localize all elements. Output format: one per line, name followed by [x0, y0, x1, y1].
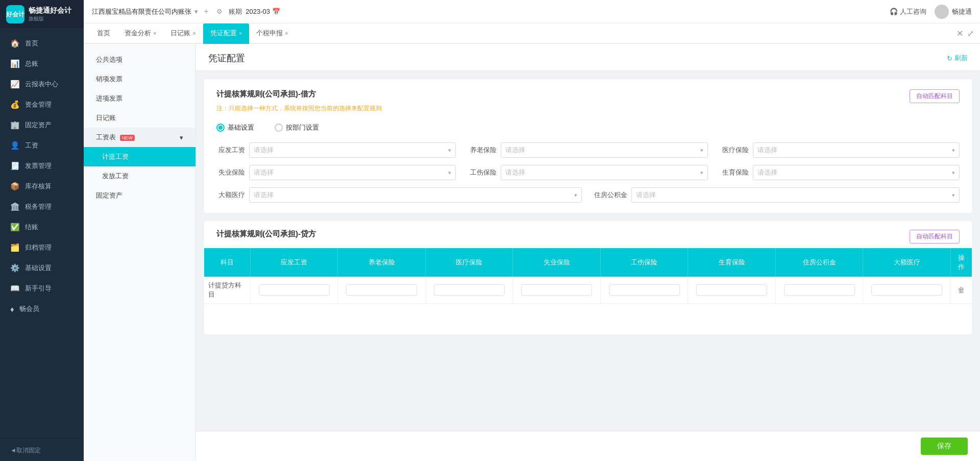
- auto-match-credit-button[interactable]: 自动匹配科目: [910, 230, 960, 244]
- tab-journal-close-icon[interactable]: ×: [192, 30, 195, 36]
- gongshang-select[interactable]: 请选择 ▾: [501, 165, 707, 180]
- row-shiye-input[interactable]: [521, 284, 592, 296]
- user-name: 畅捷通: [952, 7, 972, 16]
- tab-close-all-button[interactable]: ✕: [957, 29, 963, 38]
- left-menu-item-fixed-assets[interactable]: 固定资产: [84, 186, 195, 205]
- sidebar-item-funds[interactable]: 💰 资金管理: [0, 94, 84, 115]
- yiliao-select[interactable]: 请选择 ▾: [753, 142, 960, 158]
- calendar-icon[interactable]: 📅: [272, 8, 280, 15]
- vip-icon: ♦: [10, 305, 14, 313]
- sidebar-item-guide[interactable]: 📖 新手引导: [0, 278, 84, 299]
- auto-match-debit-button[interactable]: 自动匹配科目: [910, 89, 960, 103]
- left-menu-item-provision[interactable]: 计提工资: [84, 147, 195, 166]
- sidebar-item-invoice[interactable]: 🧾 发票管理: [0, 156, 84, 176]
- sidebar-item-settings[interactable]: ⚙️ 基础设置: [0, 258, 84, 278]
- service-label: 人工咨询: [900, 7, 926, 16]
- radio-basic-settings[interactable]: 基础设置: [216, 123, 254, 132]
- sidebar-item-vip[interactable]: ♦ 畅会员: [0, 299, 84, 319]
- yingfa-select[interactable]: 请选择 ▾: [249, 142, 456, 158]
- daee-placeholder: 请选择: [254, 190, 274, 200]
- shiye-select[interactable]: 请选择 ▾: [249, 165, 456, 180]
- sidebar-item-home[interactable]: 🏠 首页: [0, 33, 84, 54]
- col-shengyu: 生育保险: [688, 248, 775, 277]
- tab-home[interactable]: 首页: [90, 23, 117, 44]
- zhufang-select[interactable]: 请选择 ▾: [631, 187, 960, 203]
- delete-row-button[interactable]: 🗑: [958, 286, 965, 294]
- user-menu[interactable]: 畅捷通: [935, 5, 972, 19]
- refresh-icon: ↻: [947, 55, 952, 62]
- left-menu-item-sales-invoice[interactable]: 销项发票: [84, 69, 195, 89]
- sidebar-item-inventory[interactable]: 📦 库存核算: [0, 176, 84, 197]
- tab-journal[interactable]: 日记账 ×: [163, 23, 203, 44]
- row-shengyu-input-cell: [688, 277, 775, 304]
- tab-voucher-close-icon[interactable]: ×: [239, 30, 242, 36]
- left-menu-item-public[interactable]: 公共选项: [84, 50, 195, 69]
- field-yingfa-gongzi: 应发工资 请选择 ▾: [216, 142, 456, 158]
- sidebar-item-reports[interactable]: 📈 云报表中心: [0, 74, 84, 94]
- inventory-icon: 📦: [10, 182, 20, 191]
- yiliao-label: 医疗保险: [720, 145, 749, 155]
- page-title: 凭证配置: [208, 52, 245, 64]
- tab-tax-close-icon[interactable]: ×: [285, 30, 288, 36]
- tab-expand-button[interactable]: ⤢: [967, 29, 974, 38]
- company-selector[interactable]: 江西服宝精品有限责任公司内账张 ▾: [92, 7, 198, 16]
- field-shiye-baoxian: 失业保险 请选择 ▾: [216, 165, 456, 180]
- page-content: 凭证配置 ↻ 刷新 计提核算规则(公司承担)-借方 注：只能选择一种方式，系统将…: [196, 44, 980, 461]
- left-menu-item-journal[interactable]: 日记账: [84, 108, 195, 128]
- shengyu-label: 生育保险: [720, 168, 749, 177]
- credit-title: 计提核算规则(公司承担)-贷方: [216, 229, 316, 239]
- yingfa-placeholder: 请选择: [254, 145, 274, 155]
- left-menu-item-pay-salary[interactable]: 发放工资: [84, 166, 195, 186]
- tab-voucher-config[interactable]: 凭证配置 ×: [203, 23, 249, 44]
- left-menu-group-salary[interactable]: 工资表 NEW ▾: [84, 128, 195, 147]
- period-label: 账期 2023-03: [229, 7, 270, 16]
- add-company-button[interactable]: ＋: [202, 6, 210, 17]
- tab-funds-close-icon[interactable]: ×: [153, 30, 156, 36]
- settings-icon: ⚙️: [10, 263, 20, 273]
- yiliao-chevron-icon: ▾: [952, 147, 955, 154]
- unpin-label: ◄取消固定: [10, 446, 41, 455]
- sidebar-item-label: 畅会员: [19, 304, 39, 313]
- col-yiliao: 医疗保险: [425, 248, 512, 277]
- service-button[interactable]: 🎧 人工咨询: [890, 7, 926, 16]
- sidebar-item-settle[interactable]: ✅ 结账: [0, 217, 84, 237]
- zhufang-label: 住房公积金: [594, 190, 627, 200]
- row-zhufang-input[interactable]: [784, 284, 855, 296]
- yingfa-chevron-icon: ▾: [448, 147, 451, 154]
- yanglao-select[interactable]: 请选择 ▾: [501, 142, 707, 158]
- row-daee-input[interactable]: [871, 284, 942, 296]
- sidebar-item-salary[interactable]: 👤 工资: [0, 135, 84, 156]
- sidebar-item-label: 资金管理: [25, 100, 52, 109]
- company-name: 江西服宝精品有限责任公司内账张: [92, 7, 191, 16]
- sidebar-item-ledger[interactable]: 📊 总账: [0, 54, 84, 74]
- row-shengyu-input[interactable]: [696, 284, 767, 296]
- yingfa-label: 应发工资: [216, 145, 245, 155]
- left-menu: 公共选项 销项发票 进项发票 日记账 工资表 NEW ▾ 计提工资: [84, 44, 196, 461]
- unpin-button[interactable]: ◄取消固定: [0, 440, 84, 461]
- row-yiliao-input[interactable]: [434, 284, 505, 296]
- radio-dept-settings[interactable]: 按部门设置: [275, 123, 319, 132]
- tab-tax-return[interactable]: 个税申报 ×: [249, 23, 295, 44]
- field-yiliao-baoxian: 医疗保险 请选择 ▾: [720, 142, 960, 158]
- daee-chevron-icon: ▾: [574, 192, 577, 199]
- left-menu-item-purchase-invoice[interactable]: 进项发票: [84, 89, 195, 108]
- logo-text-block: 畅捷通好会计 旗舰版: [29, 6, 71, 22]
- sidebar-item-assets[interactable]: 🏢 固定资产: [0, 115, 84, 135]
- row-yingfa-input[interactable]: [259, 284, 330, 296]
- salary-group-label: 工资表 NEW: [96, 133, 135, 142]
- daee-select[interactable]: 请选择 ▾: [249, 187, 582, 203]
- shengyu-select[interactable]: 请选择 ▾: [753, 165, 960, 180]
- tab-funds-analysis[interactable]: 资金分析 ×: [117, 23, 163, 44]
- headset-icon: 🎧: [890, 8, 898, 15]
- table-header-row: 科目 应发工资 养老保险 医疗保险 失业保险 工伤保险 生育保险 住房公积金 大…: [204, 248, 972, 277]
- debit-form-row1: 应发工资 请选择 ▾ 养老保险 请选择 ▾ 医疗: [216, 142, 960, 158]
- new-badge: NEW: [120, 135, 135, 141]
- sidebar-item-archive[interactable]: 🗂️ 归档管理: [0, 237, 84, 258]
- settings-gear-icon[interactable]: ⚙: [216, 8, 223, 15]
- save-button[interactable]: 保存: [921, 438, 968, 455]
- sidebar-item-tax[interactable]: 🏛️ 税务管理: [0, 197, 84, 217]
- refresh-button[interactable]: ↻ 刷新: [947, 54, 968, 63]
- row-yanglao-input[interactable]: [346, 284, 417, 296]
- row-gongshang-input[interactable]: [609, 284, 680, 296]
- row-action-cell: 🗑: [950, 277, 972, 304]
